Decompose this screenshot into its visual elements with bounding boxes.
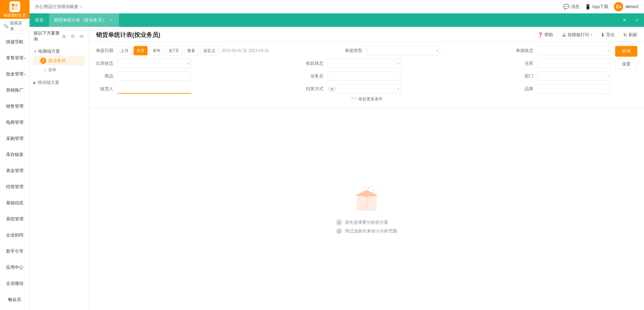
goods-input[interactable] [117,71,191,81]
date-btn-more[interactable]: 更多 [184,46,198,55]
tab-close-window-btn[interactable]: ✕ [620,15,629,25]
salesman-dots-icon[interactable]: ··· [395,74,399,79]
goods-dots-icon[interactable]: ··· [185,74,189,79]
svg-line-10 [372,186,373,187]
settlement-clear-btn[interactable]: × [331,87,333,91]
help-btn[interactable]: ❓ 帮助 [537,32,553,38]
left-panel-action-group: ⊕ ⚙ ≪ [61,33,85,40]
consignee-input[interactable] [117,84,191,94]
refresh-btn[interactable]: ↻ 刷新 [623,32,637,38]
app-download-btn[interactable]: 📱 App下载 [585,4,608,10]
doc-type-select[interactable] [366,46,440,55]
doc-type-label: 单据类型 [345,48,362,54]
svg-line-11 [376,191,377,192]
refresh-icon: ↻ [623,32,627,38]
sidebar-nav: 快捷导航 零售管理 批发管理 营销推广 销售管理 电商管理 采购管理 库存核算 … [0,34,29,310]
sidebar-item-basic[interactable]: 基础信息 [0,195,29,211]
consignee-label: 收货人 [96,86,113,92]
sidebar-item-sales[interactable]: 销售管理 [0,98,29,114]
department-label: 部门 [516,73,533,79]
sidebar-item-finance[interactable]: 资金管理 [0,163,29,179]
filter-fields: 单据日期 上月 本月 本年 近7天 更多 自定义 2023-03-01 至 20… [96,46,611,94]
divider3 [619,32,619,38]
divider [557,32,557,38]
mobile-scheme-header[interactable]: ▶ 移动端方案 [30,78,89,87]
sidebar-item-marketing[interactable]: 营销推广 [0,82,29,98]
warehouse-input-wrapper: ··· [537,59,611,68]
export-btn[interactable]: ⬇ 导出 [601,32,615,38]
sidebar-item-corp[interactable]: 企业协同 [0,227,29,243]
tab-sales-stats[interactable]: 销货单统计表（按业务员） × [49,13,119,27]
logo-text: 畅捷通好生意 [4,13,26,18]
filter-row-4: 收货人 ··· 结算方式 × [96,84,611,94]
sidebar-item-purchase[interactable]: 采购管理 [0,131,29,147]
sidebar-item-quicknav[interactable]: 快捷导航 [0,34,29,50]
filter-row-1: 单据日期 上月 本月 本年 近7天 更多 自定义 2023-03-01 至 20… [96,46,611,55]
settlement-select[interactable] [337,84,401,94]
out-status-select-wrapper: ▾ [117,59,191,68]
mobile-scheme-group: ▶ 移动端方案 [30,78,89,87]
sidebar-item-appcenter[interactable]: 应用中心 [0,259,29,275]
sidebar-item-newuser[interactable]: 新手引导 [0,243,29,259]
brand-input[interactable] [537,84,611,94]
sidebar-item-wholesale[interactable]: 批发管理 [0,66,29,82]
print-arrow-icon: ▾ [591,33,592,37]
scheme-sub-item-doc[interactable]: ≡ 按单 [34,66,85,74]
query-btn[interactable]: 查询 [615,46,637,57]
tab-fullscreen-btn[interactable]: ⤢ [632,15,641,25]
filter-collapse-row: ⌃⌃ 收起更多条件 [96,94,637,103]
tab-home[interactable]: 首页 [30,13,49,27]
out-status-select[interactable] [117,59,191,68]
collapse-btn[interactable]: ⌃⌃ 收起更多条件 [351,96,383,102]
action-btn-group: 查询 设置 [615,46,637,69]
date-btn-last-month[interactable]: 上月 [117,46,131,55]
sidebar-logo[interactable]: 畅捷通好生意 [0,0,30,19]
breadcrumb: 办公用品行业模拟账套 ▾ [35,4,559,10]
search-menu-btn[interactable]: 🔍 搜索菜单 [3,21,26,31]
receipt-status-select[interactable] [327,59,401,68]
settings-btn[interactable]: 设置 [615,59,637,69]
date-btn-this-month[interactable]: 本月 [133,46,148,55]
date-btn-custom[interactable]: 自定义 [200,46,218,55]
template-print-btn[interactable]: 🖨 按模板打印 ▾ [561,32,592,38]
sidebar-item-member[interactable]: 畅会员 [0,292,29,308]
divider2 [596,32,597,38]
tab-close-btn[interactable]: × [108,17,114,23]
message-btn[interactable]: 💬 消息 [563,4,580,10]
logo-icon [9,1,20,12]
scheme-item-salesman[interactable]: 员 按业务员 [34,56,85,65]
right-content: 销货单统计表(按业务员) ❓ 帮助 🖨 按模板打印 ▾ ⬇ [89,27,644,310]
svg-rect-2 [12,7,14,10]
svg-point-9 [363,186,365,187]
edit-scheme-btn[interactable]: ⚙ [69,33,76,40]
warehouse-dots-icon[interactable]: ··· [605,61,609,66]
settlement-clear-tag: × [327,86,336,92]
collapse-panel-btn[interactable]: ≪ [78,33,85,40]
help-icon: ❓ [537,32,543,38]
department-select[interactable] [537,71,611,81]
salesman-input-wrapper: ··· [327,71,401,81]
filter-area: 单据日期 上月 本月 本年 近7天 更多 自定义 2023-03-01 至 20… [89,42,644,108]
print-icon: 🖨 [561,32,566,38]
salesman-input[interactable] [327,71,401,81]
tabbar: 首页 销货单统计表（按业务员） × ✕ ⤢ [30,13,644,27]
doc-type-select-wrapper: ▾ [366,46,440,55]
date-btn-7days[interactable]: 近7天 [166,46,182,55]
brand-dots-icon[interactable]: ··· [605,87,609,91]
sidebar-item-retail[interactable]: 零售管理 [0,50,29,66]
user-menu-btn[interactable]: Ea demo2 [614,2,639,11]
empty-steps: 1 请先选择要分析的方案 2 用过滤条件来缩小分析范围 [336,219,397,234]
svg-point-8 [373,190,374,191]
sidebar-item-ecommerce[interactable]: 电商管理 [0,114,29,131]
sidebar-item-inventory[interactable]: 库存核算 [0,147,29,163]
sidebar-search-section: 🔍 搜索菜单 [0,19,29,34]
sidebar-item-corpwechat[interactable]: 企业微信 [0,275,29,292]
warehouse-input[interactable] [537,59,611,68]
add-scheme-btn[interactable]: ⊕ [61,33,67,40]
date-btn-this-year[interactable]: 本年 [150,46,164,55]
sidebar-item-system[interactable]: 系统管理 [0,211,29,227]
sidebar-item-operations[interactable]: 经营管理 [0,179,29,195]
doc-status-select[interactable] [537,46,611,55]
desktop-scheme-header[interactable]: ▼ 电脑端方案 [34,47,85,56]
consignee-dots-icon[interactable]: ··· [185,86,189,92]
